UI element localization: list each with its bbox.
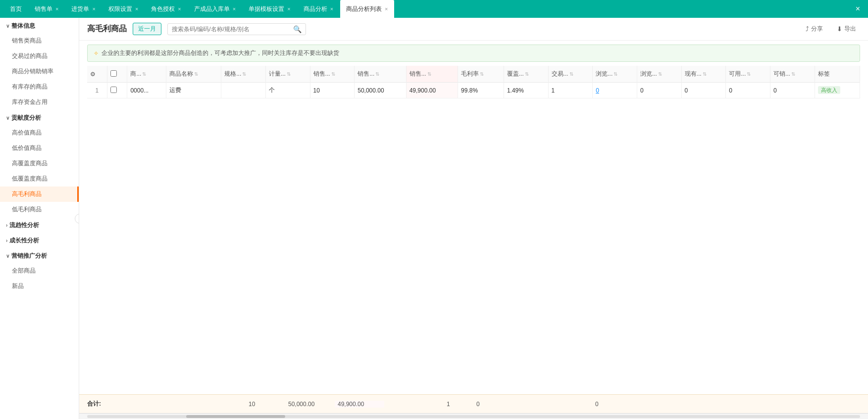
arrow-growth: › xyxy=(6,238,7,243)
sidebar-item-low-value[interactable]: 低价值商品 xyxy=(0,140,79,156)
arrow-contribution: ∨ xyxy=(6,115,9,121)
nav-close-product-inbound[interactable]: × xyxy=(233,6,236,12)
nav-close-purchase[interactable]: × xyxy=(92,6,95,12)
footer-saleable: 0 xyxy=(592,401,622,408)
arrow-marketing: ∨ xyxy=(6,253,9,259)
nav-purchase-order[interactable]: 进货单 × xyxy=(65,0,101,18)
col-available-header[interactable]: 可用... ⇅ xyxy=(726,66,770,83)
sort-name-icon: ⇅ xyxy=(194,71,198,77)
cell-unit: 个 xyxy=(265,83,310,98)
nav-template-settings[interactable]: 单据模板设置 × xyxy=(243,0,296,18)
sidebar-group-overall[interactable]: ∨ 整体信息 xyxy=(0,18,79,33)
col-checkbox[interactable] xyxy=(107,66,127,83)
arrow-trend: › xyxy=(6,223,7,228)
nav-sales-order[interactable]: 销售单 × xyxy=(29,0,64,18)
cell-browse1[interactable]: 0 xyxy=(593,83,637,98)
footer-empty2 xyxy=(206,401,246,408)
footer-sale-qty: 10 xyxy=(246,401,285,408)
sidebar-item-high-coverage[interactable]: 高覆盖度商品 xyxy=(0,156,79,171)
nav-home[interactable]: 首页 xyxy=(4,0,28,18)
search-icon[interactable]: 🔍 xyxy=(293,25,302,33)
cell-sale-qty: 10 xyxy=(310,83,355,98)
share-button[interactable]: ⤴ 分享 xyxy=(802,23,827,35)
row-checkbox[interactable] xyxy=(110,87,117,93)
cell-name: 运费 xyxy=(166,83,221,98)
sidebar-item-inventory-fund[interactable]: 库存资金占用 xyxy=(0,94,79,110)
page-title: 高毛利商品 xyxy=(87,24,127,34)
search-input[interactable] xyxy=(172,26,290,33)
info-bar: ✧ 企业的主要的利润都是这部分商品创造的，可考虑加大推广，同时关注库存是不要出现… xyxy=(87,45,860,62)
col-spec-header[interactable]: 规格... ⇅ xyxy=(221,66,266,83)
row-checkbox-cell[interactable] xyxy=(107,83,127,98)
sidebar-group-marketing[interactable]: ∨ 营销推广分析 xyxy=(0,248,79,263)
sidebar-group-trend[interactable]: › 流趋性分析 xyxy=(0,217,79,233)
main-layout: 《 ∨ 整体信息 销售类商品 交易过的商品 商品分销助销率 有库存的商品 库存资… xyxy=(0,18,868,419)
col-browse2-header[interactable]: 浏览... ⇅ xyxy=(637,66,681,83)
sort-browse1-icon: ⇅ xyxy=(613,71,617,77)
sidebar-item-high-value[interactable]: 高价值商品 xyxy=(0,125,79,140)
nav-close-role[interactable]: × xyxy=(178,6,181,12)
nav-close-product-analysis[interactable]: × xyxy=(330,6,333,12)
sidebar-item-high-margin[interactable]: 高毛利商品 xyxy=(0,186,79,202)
nav-close-template[interactable]: × xyxy=(287,6,290,12)
arrow-overall: ∨ xyxy=(6,23,9,29)
close-all-tabs[interactable]: × xyxy=(852,4,864,13)
top-navigation: 首页 销售单 × 进货单 × 权限设置 × 角色授权 × 产成品入库单 × 单据… xyxy=(0,0,868,18)
nav-role-auth[interactable]: 角色授权 × xyxy=(145,0,187,18)
cell-spec xyxy=(221,83,266,98)
col-browse1-header[interactable]: 浏览... ⇅ xyxy=(593,66,637,83)
col-sale-qty-header[interactable]: 销售... ⇅ xyxy=(310,66,355,83)
col-code-header[interactable]: 商... ⇅ xyxy=(127,66,166,83)
footer-empty1 xyxy=(107,401,206,408)
col-settings[interactable]: ⚙ xyxy=(87,66,107,83)
sidebar-item-in-stock[interactable]: 有库存的商品 xyxy=(0,79,79,94)
select-all-checkbox[interactable] xyxy=(110,70,117,77)
horizontal-scrollbar[interactable] xyxy=(79,413,868,419)
sidebar-group-growth[interactable]: › 成长性分析 xyxy=(0,233,79,248)
col-tag-header[interactable]: 标签 xyxy=(815,66,860,83)
footer-sale-profit: 49,900.00 xyxy=(335,401,384,408)
scrollbar-track xyxy=(87,415,860,418)
col-sale-amount-header[interactable]: 销售... ⇅ xyxy=(355,66,406,83)
col-unit-header[interactable]: 计量... ⇅ xyxy=(265,66,310,83)
footer-empty6 xyxy=(533,401,562,408)
nav-close-analysis-list[interactable]: × xyxy=(385,6,388,12)
col-current-stock-header[interactable]: 现有... ⇅ xyxy=(681,66,726,83)
footer-totals: 合计: 10 50,000.00 49,900.00 1 0 0 xyxy=(79,394,868,413)
col-coverage-header[interactable]: 覆盖... ⇅ xyxy=(504,66,548,83)
sidebar-item-traded-products[interactable]: 交易过的商品 xyxy=(0,48,79,64)
sidebar-item-low-margin[interactable]: 低毛利商品 xyxy=(0,202,79,217)
sort-sale-profit-icon: ⇅ xyxy=(427,71,431,77)
sort-sale-amount-icon: ⇅ xyxy=(375,71,379,77)
nav-product-inbound[interactable]: 产成品入库单 × xyxy=(188,0,242,18)
filter-recent-month-button[interactable]: 近一月 xyxy=(133,23,161,35)
col-sale-profit-header[interactable]: 销售... ⇅ xyxy=(406,66,458,83)
footer-empty4 xyxy=(414,401,444,408)
sort-sale-qty-icon: ⇅ xyxy=(331,71,335,77)
col-saleable-header[interactable]: 可销... ⇅ xyxy=(770,66,815,83)
nav-product-analysis-list[interactable]: 商品分析列表 × xyxy=(340,0,394,18)
col-gross-margin-header[interactable]: 毛利率 ⇅ xyxy=(458,66,504,83)
sidebar-group-contribution[interactable]: ∨ 贡献度分析 xyxy=(0,110,79,125)
sort-spec-icon: ⇅ xyxy=(242,71,246,77)
cell-tag: 高收入 xyxy=(815,83,860,98)
nav-close-sales[interactable]: × xyxy=(55,6,58,12)
col-trade-count-header[interactable]: 交易... ⇅ xyxy=(548,66,593,83)
footer-trade-count: 1 xyxy=(444,401,473,408)
export-button[interactable]: ⬇ 导出 xyxy=(833,23,860,35)
nav-close-permission[interactable]: × xyxy=(135,6,138,12)
sidebar-item-new-products[interactable]: 新品 xyxy=(0,279,79,294)
nav-permission-settings[interactable]: 权限设置 × xyxy=(102,0,144,18)
sidebar-item-distribution-rate[interactable]: 商品分销助销率 xyxy=(0,64,79,79)
sidebar-item-sales-products[interactable]: 销售类商品 xyxy=(0,33,79,48)
scrollbar-thumb[interactable] xyxy=(186,415,285,418)
cell-current-stock: 0 xyxy=(681,83,726,98)
cell-saleable: 0 xyxy=(770,83,815,98)
sidebar-item-low-coverage[interactable]: 低覆盖度商品 xyxy=(0,171,79,186)
sidebar-item-all-products[interactable]: 全部商品 xyxy=(0,263,79,279)
cell-browse2: 0 xyxy=(637,83,681,98)
footer-label: 合计: xyxy=(87,400,101,408)
nav-product-analysis[interactable]: 商品分析 × xyxy=(298,0,339,18)
col-name-header[interactable]: 商品名称 ⇅ xyxy=(166,66,221,83)
sort-unit-icon: ⇅ xyxy=(287,71,291,77)
